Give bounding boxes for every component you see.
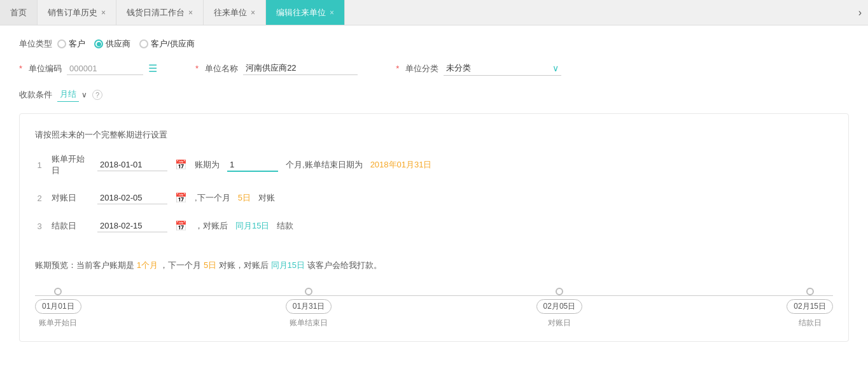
row-label-1: 账单开始日 — [52, 153, 90, 176]
period-input[interactable] — [227, 158, 278, 172]
radio-both-circle — [139, 39, 148, 48]
unit-name-input[interactable] — [243, 62, 358, 75]
tab-sales-history-close[interactable]: × — [101, 8, 106, 17]
payment-date-input[interactable] — [97, 220, 167, 232]
node-badge-2: 01月31日 — [286, 299, 332, 314]
main-content: 单位类型 客户 供应商 客户/供应商 * 单位编码 — [0, 25, 868, 387]
period-suffix: 个月,账单结束日期为 — [286, 159, 363, 171]
tab-expand-button[interactable]: › — [852, 0, 868, 25]
radio-both-label: 客户/供应商 — [151, 38, 195, 50]
tab-edit-partner-close[interactable]: × — [330, 8, 334, 17]
unit-code-group: * 单位编码 ☰ — [19, 62, 157, 75]
code-copy-icon[interactable]: ☰ — [148, 62, 157, 74]
payment-group: 收款条件 月结 ∨ ? — [19, 87, 102, 102]
tab-bar: 首页 销售订单历史 × 钱货日清工作台 × 往来单位 × 编辑往来单位 × › — [0, 0, 868, 25]
reconcile-highlight: 5日 — [238, 192, 251, 204]
unit-name-label: 单位名称 — [205, 63, 238, 74]
preview-prefix: 账期预览：当前客户账期是 — [35, 260, 134, 270]
unit-category-value: 未分类 — [446, 62, 471, 74]
tab-cash-work-close[interactable]: × — [188, 8, 193, 17]
name-required: * — [195, 64, 199, 73]
node-badge-1: 01月01日 — [35, 299, 81, 314]
payment-select[interactable]: 月结 ∨ — [57, 87, 87, 102]
row-num-3: 3 — [35, 222, 44, 231]
tab-home-label: 首页 — [10, 7, 27, 18]
radio-customer-label: 客户 — [69, 38, 85, 50]
radio-both[interactable]: 客户/供应商 — [139, 38, 195, 50]
payment-value: 月结 — [57, 87, 79, 102]
preview-highlight3: 同月15日 — [271, 260, 305, 270]
tab-partner-label: 往来单位 — [214, 7, 247, 18]
unit-code-input[interactable] — [67, 62, 143, 75]
category-required: * — [396, 64, 399, 73]
payment-date-cal-icon[interactable]: 📅 — [175, 220, 187, 232]
tab-edit-partner-label: 编辑往来单位 — [276, 7, 326, 18]
node-dot-3 — [556, 288, 563, 295]
radio-supplier-circle — [94, 39, 103, 48]
node-dot-2 — [305, 288, 312, 295]
unit-category-group: * 单位分类 未分类 ∨ — [396, 61, 561, 76]
preview-mid1: ，下一个月 — [160, 260, 201, 270]
preview-section: 账期预览：当前客户账期是 1个月 ，下一个月 5日 对账，对账后 同月15日 该… — [35, 248, 833, 272]
unit-name-group: * 单位名称 — [195, 62, 358, 75]
radio-group: 客户 供应商 客户/供应商 — [57, 38, 195, 50]
tab-sales-history-label: 销售订单历史 — [48, 7, 97, 18]
preview-mid2: 对账，对账后 — [219, 260, 269, 270]
payment-desc-suffix: 结款 — [277, 220, 293, 232]
preview-suffix: 该客户会给我打款。 — [307, 260, 382, 270]
setting-row-1: 1 账单开始日 📅 账期为 个月,账单结束日期为 2018年01月31日 — [35, 153, 833, 176]
radio-customer[interactable]: 客户 — [57, 38, 85, 50]
code-name-row: * 单位编码 ☰ * 单位名称 * 单位分类 未分类 ∨ — [19, 61, 849, 76]
timeline-node-1: 01月01日 账单开始日 — [35, 288, 81, 328]
start-date-cal-icon[interactable]: 📅 — [175, 159, 187, 171]
unit-category-select[interactable]: 未分类 ∨ — [444, 61, 561, 76]
tab-cash-work[interactable]: 钱货日清工作台 × — [116, 0, 204, 25]
timeline-wrap: 01月01日 账单开始日 01月31日 账单结束日 02月05日 对账日 — [35, 288, 833, 328]
unit-type-group: 单位类型 客户 供应商 客户/供应商 — [19, 38, 195, 50]
settings-card: 请按照未来的一个完整帐期进行设置 1 账单开始日 📅 账期为 个月,账单结束日期… — [19, 113, 849, 342]
tab-cash-work-label: 钱货日清工作台 — [127, 7, 185, 18]
payment-row: 收款条件 月结 ∨ ? — [19, 87, 849, 102]
payment-dropdown-icon: ∨ — [81, 90, 87, 99]
reconcile-date-input[interactable] — [97, 192, 167, 204]
period-prefix: 账期为 — [195, 159, 220, 171]
start-date-input[interactable] — [97, 158, 167, 171]
tab-edit-partner[interactable]: 编辑往来单位 × — [266, 0, 345, 25]
tab-sales-history[interactable]: 销售订单历史 × — [38, 0, 116, 25]
row-label-2: 对账日 — [52, 192, 90, 204]
radio-customer-circle — [57, 39, 66, 48]
period-end-highlight: 2018年01月31日 — [370, 159, 432, 171]
tab-partner[interactable]: 往来单位 × — [204, 0, 266, 25]
payment-desc-prefix: ，对账后 — [195, 220, 228, 232]
tab-partner-close[interactable]: × — [251, 8, 255, 17]
node-badge-4: 02月15日 — [787, 299, 833, 314]
timeline-nodes: 01月01日 账单开始日 01月31日 账单结束日 02月05日 对账日 — [35, 288, 833, 328]
reconcile-date-cal-icon[interactable]: 📅 — [175, 192, 187, 204]
row-num-2: 2 — [35, 194, 44, 203]
payment-label: 收款条件 — [19, 89, 52, 101]
timeline-node-3: 02月05日 对账日 — [536, 288, 583, 328]
timeline-node-2: 01月31日 账单结束日 — [286, 288, 332, 328]
radio-supplier-label: 供应商 — [106, 38, 130, 50]
preview-highlight2: 5日 — [204, 260, 216, 270]
node-dot-1 — [54, 288, 62, 295]
node-badge-3: 02月05日 — [536, 299, 583, 314]
node-desc-2: 账单结束日 — [290, 318, 328, 328]
preview-highlight1: 1个月 — [137, 260, 158, 270]
setting-row-2: 2 对账日 📅 ,下一个月 5日 对账 — [35, 192, 833, 204]
node-dot-4 — [806, 288, 814, 295]
row-num-1: 1 — [35, 160, 44, 170]
node-desc-4: 结款日 — [799, 318, 822, 328]
row-label-3: 结款日 — [52, 220, 90, 232]
timeline-node-4: 02月15日 结款日 — [787, 288, 833, 328]
payment-help-icon[interactable]: ? — [92, 90, 102, 100]
tab-home[interactable]: 首页 — [0, 0, 38, 25]
unit-type-label: 单位类型 — [19, 38, 52, 50]
setting-row-3: 3 结款日 📅 ，对账后 同月15日 结款 — [35, 220, 833, 232]
unit-type-row: 单位类型 客户 供应商 客户/供应商 — [19, 38, 849, 50]
code-required: * — [19, 64, 22, 73]
unit-code-label: 单位编码 — [29, 63, 62, 74]
radio-supplier[interactable]: 供应商 — [94, 38, 130, 50]
preview-text: 账期预览：当前客户账期是 1个月 ，下一个月 5日 对账，对账后 同月15日 该… — [35, 258, 833, 272]
node-desc-3: 对账日 — [548, 318, 571, 328]
